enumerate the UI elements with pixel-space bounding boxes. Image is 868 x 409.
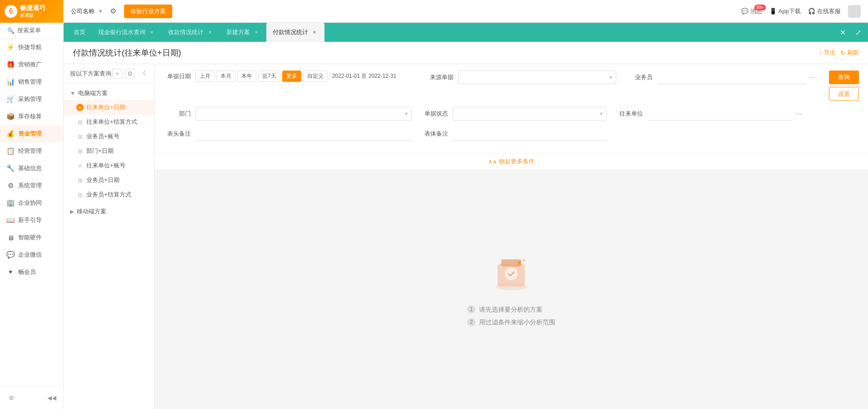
date-control: 上月 本月 本年 近7天 更多 自定义 2022-01-01 至 2022-12… bbox=[195, 71, 417, 82]
scheme-desktop-header[interactable]: ▼ 电脑端方案 bbox=[64, 86, 154, 100]
date-tab-this-month[interactable]: 本月 bbox=[216, 71, 235, 82]
note-head-control bbox=[195, 127, 412, 141]
date-tab-last-7[interactable]: 近7天 bbox=[258, 71, 280, 82]
sidebar-settings-btn[interactable]: ⚙ bbox=[5, 391, 18, 404]
sidebar-item-hardware[interactable]: 🖥 智能硬件 bbox=[0, 229, 63, 246]
logo-sub-text: 标准版 bbox=[20, 12, 45, 19]
partner-dots[interactable]: ··· bbox=[796, 110, 802, 118]
search-label: 搜索菜单 bbox=[17, 26, 41, 35]
trial-btn[interactable]: 体验行业方案 bbox=[124, 5, 172, 18]
date-range-display: 2022-01-01 至 2022-12-31 bbox=[332, 72, 396, 80]
scheme-item-partner-settlement[interactable]: ⊞ 往来单位+结算方式 bbox=[64, 115, 154, 129]
scheme-settings-btn[interactable]: ⚙ bbox=[125, 69, 135, 79]
nav-label-wechat: 企业微信 bbox=[18, 251, 42, 259]
sidebar-item-enterprise[interactable]: 🏢 企业协同 bbox=[0, 194, 63, 212]
empty-illustration bbox=[489, 250, 534, 296]
salesman-dots[interactable]: ··· bbox=[809, 73, 815, 81]
nav-icon-guide: 📖 bbox=[6, 216, 15, 224]
header-settings-icon[interactable]: ⚙ bbox=[107, 5, 120, 18]
sidebar-item-quick-nav[interactable]: ⚡ 快捷导航 bbox=[0, 39, 63, 56]
dept-control: ▾ bbox=[195, 107, 412, 121]
source-select[interactable]: ▾ bbox=[458, 71, 616, 84]
sidebar-item-guide[interactable]: 📖 新手引导 bbox=[0, 212, 63, 229]
partner-input[interactable] bbox=[648, 107, 792, 121]
tab-home[interactable]: 首页 bbox=[67, 23, 92, 42]
scheme-grid-icon-5: ⊞ bbox=[76, 177, 84, 184]
scheme-add-btn[interactable]: ＋ bbox=[112, 69, 122, 79]
tab-payment-stats[interactable]: 付款情况统计 × bbox=[266, 23, 324, 42]
scheme-item-salesman-settlement[interactable]: ⊞ 业务员+结算方式 bbox=[64, 187, 154, 202]
collapse-bar[interactable]: ∧∧ 收起更多条件 bbox=[155, 153, 868, 169]
export-btn[interactable]: ↑ 导出 bbox=[819, 49, 836, 57]
partner-label: 往来单位 bbox=[616, 110, 643, 118]
customer-service-btn[interactable]: 🎧 在线客服 bbox=[808, 7, 841, 15]
nav-label-guide: 新手引导 bbox=[18, 216, 42, 224]
tab-maximize-btn[interactable]: ⤢ bbox=[852, 26, 864, 39]
user-avatar[interactable] bbox=[848, 5, 861, 18]
sidebar-item-vip[interactable]: ✦ 畅会员 bbox=[0, 263, 63, 281]
refresh-btn[interactable]: ↻ 刷新 bbox=[840, 49, 859, 57]
date-tab-more[interactable]: 更多 bbox=[282, 71, 301, 82]
scheme-item-partner-account[interactable]: ≡ 往来单位+账号 bbox=[64, 158, 154, 173]
dept-select[interactable]: ▾ bbox=[195, 107, 412, 121]
scheme-item-dept-date[interactable]: ⊞ 部门+日期 bbox=[64, 144, 154, 158]
nav-label-purchase: 采购管理 bbox=[18, 95, 42, 103]
filter-field-source: 来源单据 ▾ bbox=[426, 71, 616, 84]
nav-icon-inventory: 📦 bbox=[6, 112, 15, 121]
app-download-btn[interactable]: 📱 App下载 bbox=[769, 7, 801, 15]
tab-receipts[interactable]: 收款情况统计 × bbox=[162, 23, 220, 42]
page-header: 付款情况统计(往来单位+日期) ↑ 导出 ↻ 刷新 bbox=[64, 42, 868, 64]
tab-new-scheme[interactable]: 新建方案 × bbox=[220, 23, 266, 42]
tab-receipts-close[interactable]: × bbox=[206, 29, 214, 36]
date-tab-this-year[interactable]: 本年 bbox=[237, 71, 256, 82]
messages-btn[interactable]: 💬 消息 99+ bbox=[741, 7, 762, 15]
salesman-label: 业务员 bbox=[625, 73, 653, 81]
tab-bank-flow-close[interactable]: × bbox=[148, 29, 155, 36]
voucher-status-select[interactable]: ▾ bbox=[453, 107, 607, 121]
nav-icon-wechat: 💬 bbox=[6, 251, 15, 259]
tab-close-all-btn[interactable]: ✕ bbox=[836, 26, 849, 39]
date-tab-last-month[interactable]: 上月 bbox=[195, 71, 215, 82]
scheme-mobile-group[interactable]: ▶ 移动端方案 bbox=[64, 205, 154, 218]
sidebar-item-purchase[interactable]: 🛒 采购管理 bbox=[0, 91, 63, 108]
tab-new-scheme-label: 新建方案 bbox=[226, 28, 250, 36]
company-dropdown-icon[interactable]: ▾ bbox=[99, 8, 102, 15]
sidebar-item-inventory[interactable]: 📦 库存核算 bbox=[0, 108, 63, 125]
nav-icon-vip: ✦ bbox=[6, 268, 15, 276]
svg-point-5 bbox=[523, 259, 525, 262]
filter-field-voucher-status: 单据状态 ▾ bbox=[421, 107, 607, 121]
note-body-label: 表体备注 bbox=[421, 130, 448, 138]
sidebar-collapse-btn[interactable]: ◀◀ bbox=[45, 391, 59, 404]
sidebar-item-marketing[interactable]: 🎁 营销推广 bbox=[0, 56, 63, 73]
scheme-collapse-btn[interactable]: 《 bbox=[138, 69, 148, 79]
tab-bank-flow[interactable]: 现金银行流水查询 × bbox=[92, 23, 162, 42]
scheme-grid-icon-3: ⊞ bbox=[76, 147, 84, 155]
sidebar-item-basics[interactable]: 🔧 基础信息 bbox=[0, 160, 63, 177]
salesman-input[interactable] bbox=[657, 71, 806, 84]
tab-payment-stats-close[interactable]: × bbox=[311, 29, 318, 36]
sidebar-item-operations[interactable]: 📋 经营管理 bbox=[0, 142, 63, 160]
sidebar-item-sales[interactable]: 📊 销售管理 bbox=[0, 73, 63, 91]
scheme-mobile-chevron: ▶ bbox=[70, 208, 74, 215]
sidebar-search[interactable]: 🔍 搜索菜单 bbox=[0, 23, 63, 39]
note-body-input[interactable] bbox=[453, 127, 607, 141]
scheme-item-salesman-date[interactable]: ⊞ 业务员+日期 bbox=[64, 173, 154, 187]
filter-field-date: 单据日期 上月 本月 本年 近7天 更多 自定义 2022-01-01 至 20… bbox=[164, 71, 417, 82]
date-tab-custom[interactable]: 自定义 bbox=[303, 71, 328, 82]
sidebar-item-wechat[interactable]: 💬 企业微信 bbox=[0, 246, 63, 263]
nav-label-quick: 快捷导航 bbox=[18, 43, 42, 51]
settings-btn[interactable]: 设置 bbox=[829, 87, 859, 101]
scheme-item-partner-date[interactable]: ● 往来单位+日期 bbox=[64, 100, 154, 115]
scheme-grid-icon-1: ⊞ bbox=[76, 118, 84, 126]
query-btn[interactable]: 查询 bbox=[829, 71, 859, 84]
note-head-input[interactable] bbox=[195, 127, 412, 141]
scheme-item-salesman-account[interactable]: ⊞ 业务员+账号 bbox=[64, 129, 154, 144]
filter-field-note-body: 表体备注 bbox=[421, 127, 607, 141]
nav-label-vip: 畅会员 bbox=[18, 268, 36, 276]
sidebar-item-system[interactable]: ⚙ 系统管理 bbox=[0, 177, 63, 194]
source-label: 来源单据 bbox=[426, 73, 454, 81]
sidebar-item-finance[interactable]: 💰 资金管理 bbox=[0, 125, 63, 142]
source-select-arrow: ▾ bbox=[609, 74, 612, 81]
main-content: 公司名称 ▾ ⚙ 体验行业方案 💬 消息 99+ 📱 App下载 🎧 在线客服 bbox=[64, 0, 868, 409]
tab-new-scheme-close[interactable]: × bbox=[253, 29, 260, 36]
